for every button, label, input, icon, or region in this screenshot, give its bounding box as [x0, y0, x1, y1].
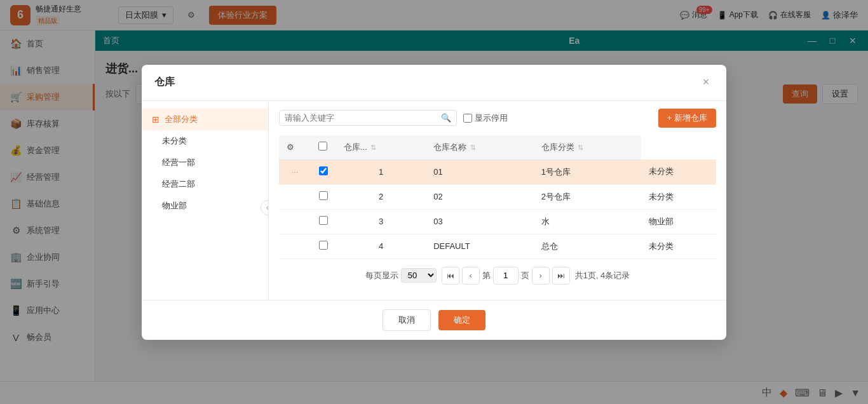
- cancel-button[interactable]: 取消: [383, 309, 431, 331]
- col-check: [311, 135, 336, 160]
- row-category: 物业部: [641, 209, 716, 234]
- modal-overlay: 仓库 × ⊞ 全部分类 未分类 经营一部 经营二部: [0, 0, 868, 404]
- row-code: DEFAULT: [426, 234, 534, 259]
- row-checkbox-cell: [311, 159, 336, 184]
- modal-footer: 取消 确定: [142, 300, 726, 340]
- table-toolbar: 🔍 显示停用 + 新增仓库: [279, 109, 716, 128]
- row-code: 01: [426, 159, 534, 184]
- show-disabled-label[interactable]: 显示停用: [463, 112, 508, 124]
- table-header-row: ⚙ 仓库... ⇅ 仓库名称 ⇅: [279, 135, 716, 160]
- row-name: 总仓: [534, 234, 642, 259]
- tree-item-property[interactable]: 物业部: [142, 195, 268, 217]
- row-name: 水: [534, 209, 642, 234]
- row-actions[interactable]: [279, 234, 311, 259]
- row-category: 未分类: [641, 234, 716, 259]
- tree-root[interactable]: ⊞ 全部分类: [142, 109, 268, 130]
- row-checkbox[interactable]: [319, 216, 328, 225]
- page-size-select: 每页显示 50 100 200: [365, 268, 437, 283]
- row-name: 1号仓库: [534, 159, 642, 184]
- modal-title: 仓库: [154, 76, 175, 89]
- tree-item-ops2[interactable]: 经营二部: [142, 173, 268, 195]
- confirm-button[interactable]: 确定: [438, 310, 485, 330]
- table-row[interactable]: 3 03 水 物业部: [279, 209, 716, 234]
- page-nav: ⏮ ‹ 第 页 › ⏭: [442, 267, 570, 285]
- prev-page-button[interactable]: ‹: [462, 267, 480, 285]
- col-code-header: 仓库... ⇅: [336, 135, 426, 160]
- row-actions[interactable]: [279, 209, 311, 234]
- table-row[interactable]: 4 DEFAULT 总仓 未分类: [279, 234, 716, 259]
- page-size-dropdown[interactable]: 50 100 200: [401, 268, 437, 283]
- search-input[interactable]: [285, 113, 437, 123]
- table-panel: 🔍 显示停用 + 新增仓库 ⚙: [269, 101, 726, 300]
- row-index: 4: [336, 234, 426, 259]
- search-box: 🔍: [279, 110, 457, 126]
- search-icon[interactable]: 🔍: [441, 113, 451, 123]
- row-code: 02: [426, 184, 534, 209]
- show-disabled-checkbox[interactable]: [463, 114, 472, 123]
- row-checkbox-cell: [311, 234, 336, 259]
- row-category: 未分类: [641, 184, 716, 209]
- modal-header: 仓库 ×: [142, 65, 726, 101]
- first-page-button[interactable]: ⏮: [442, 267, 459, 285]
- row-index: 1: [336, 159, 426, 184]
- new-warehouse-button[interactable]: + 新增仓库: [658, 109, 716, 128]
- tree-panel: ⊞ 全部分类 未分类 经营一部 经营二部 物业部 «: [142, 101, 269, 300]
- pagination: 每页显示 50 100 200 ⏮ ‹ 第 页 ›: [279, 259, 716, 292]
- grid-icon: ⊞: [152, 114, 159, 125]
- row-checkbox[interactable]: [319, 166, 328, 175]
- row-category: 未分类: [641, 159, 716, 184]
- page-info: 共1页, 4条记录: [575, 270, 630, 281]
- sort-icon: ⇅: [370, 144, 376, 151]
- row-code: 03: [426, 209, 534, 234]
- modal-close-button[interactable]: ×: [698, 75, 714, 90]
- tree-item-unclassified[interactable]: 未分类: [142, 130, 268, 152]
- row-index: 2: [336, 184, 426, 209]
- row-checkbox[interactable]: [319, 191, 328, 200]
- row-index: 3: [336, 209, 426, 234]
- warehouse-table: ⚙ 仓库... ⇅ 仓库名称 ⇅: [279, 135, 716, 259]
- row-name: 2号仓库: [534, 184, 642, 209]
- sort-icon-cat: ⇅: [578, 144, 583, 151]
- last-page-button[interactable]: ⏭: [552, 267, 570, 285]
- row-checkbox[interactable]: [319, 241, 328, 250]
- select-all-checkbox[interactable]: [318, 142, 327, 151]
- tree-item-ops1[interactable]: 经营一部: [142, 152, 268, 173]
- row-actions[interactable]: ···: [279, 159, 311, 184]
- warehouse-modal: 仓库 × ⊞ 全部分类 未分类 经营一部 经营二部: [142, 65, 726, 340]
- sort-icon-name: ⇅: [470, 144, 476, 151]
- next-page-button[interactable]: ›: [532, 267, 550, 285]
- row-checkbox-cell: [311, 209, 336, 234]
- col-gear: ⚙: [279, 135, 311, 160]
- col-name-header: 仓库名称 ⇅: [426, 135, 534, 160]
- row-actions[interactable]: [279, 184, 311, 209]
- page-number-input[interactable]: [493, 267, 519, 285]
- table-row[interactable]: 2 02 2号仓库 未分类: [279, 184, 716, 209]
- col-category-header: 仓库分类 ⇅: [534, 135, 642, 160]
- modal-body: ⊞ 全部分类 未分类 经营一部 经营二部 物业部 «: [142, 101, 726, 300]
- row-checkbox-cell: [311, 184, 336, 209]
- table-row[interactable]: ··· 1 01 1号仓库 未分类: [279, 159, 716, 184]
